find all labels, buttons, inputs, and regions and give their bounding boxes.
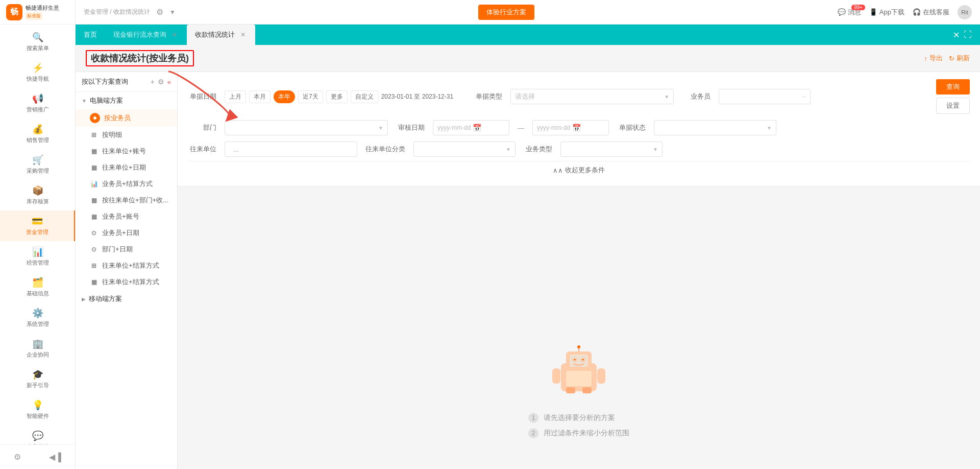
sidebar-item-capital[interactable]: 💳 资金管理 <box>0 210 75 241</box>
scheme-item-detail[interactable]: ⊞ 按明细 <box>76 127 177 143</box>
empty-step-1: 1 请先选择要分析的方案 <box>528 413 629 423</box>
expand-window-icon[interactable]: ⛶ <box>964 30 972 39</box>
scheme-item-staff-account[interactable]: ▦ 业务员+账号 <box>76 208 177 225</box>
staff-dropdown-icon: ··· <box>802 94 806 100</box>
scheme-item-unit-account[interactable]: ▦ 往来单位+账号 <box>76 143 177 159</box>
query-button[interactable]: 查询 <box>936 79 970 95</box>
date-btn-this-year[interactable]: 本年 <box>274 90 295 103</box>
step-1-number: 1 <box>528 413 538 423</box>
date-label: 单据日期 <box>188 92 216 101</box>
settings-bottom-icon[interactable]: ⚙ <box>11 449 24 465</box>
date-btn-more[interactable]: 更多 <box>326 90 348 103</box>
logo-text: 畅捷通好生意 <box>26 4 59 11</box>
export-button[interactable]: ↑ 导出 <box>924 54 943 63</box>
sidebar-item-purchase[interactable]: 🛒 采购管理 <box>0 149 75 180</box>
topbar-dropdown-icon[interactable]: ▼ <box>169 9 176 16</box>
sidebar-item-newbie[interactable]: 🎓 新手引导 <box>0 364 75 394</box>
app-download-button[interactable]: 📱 App下载 <box>869 8 904 17</box>
scheme-item-unit-date[interactable]: ▦ 往来单位+日期 <box>76 159 177 176</box>
clock2-icon: ⊙ <box>90 245 98 253</box>
scheme-group-arrow-icon: ▼ <box>82 98 87 104</box>
table4-icon: ▦ <box>90 213 98 221</box>
tab-bank-close-icon[interactable]: ✕ <box>170 31 179 39</box>
counterpart-type-label: 往来单位分类 <box>365 145 405 154</box>
sidebar-item-corp[interactable]: 🏢 企业协同 <box>0 333 75 364</box>
tab-home[interactable]: 首页 <box>76 25 105 45</box>
basic-icon: 🗂️ <box>32 277 43 288</box>
review-date-to-input[interactable]: yyyy-mm-dd 📅 <box>532 120 609 135</box>
date-range-display: 2023-01-01 至 2023-12-31 <box>381 92 453 101</box>
left-panel-action-group: + ⚙ « <box>151 78 171 86</box>
svg-point-6 <box>582 359 584 361</box>
sidebar-item-operation[interactable]: 📊 经营管理 <box>0 241 75 272</box>
counterpart-select[interactable]: ... <box>225 142 357 157</box>
date-dash: — <box>518 124 524 132</box>
left-panel-header: 按以下方案查询 + ⚙ « <box>76 72 177 92</box>
sidebar-item-system[interactable]: ⚙️ 系统管理 <box>0 302 75 333</box>
svg-rect-10 <box>566 387 575 393</box>
hardware-icon: 💡 <box>32 400 43 411</box>
scheme-group-pc-header[interactable]: ▼ 电脑端方案 <box>76 92 177 109</box>
sidebar-item-wechat[interactable]: 💬 企业微信 <box>0 425 75 444</box>
online-service-button[interactable]: 🎧 在线客服 <box>913 8 949 17</box>
setting-button[interactable]: 设置 <box>936 98 970 114</box>
date-btn-7days[interactable]: 近7天 <box>298 90 323 103</box>
date-btn-custom[interactable]: 自定义 <box>351 90 378 103</box>
staff-select[interactable]: ··· <box>719 89 811 104</box>
sidebar-item-quicknav[interactable]: ⚡ 快捷导航 <box>0 57 75 88</box>
scheme-item-dept-date[interactable]: ⊙ 部门+日期 <box>76 241 177 257</box>
doc-type-select[interactable]: 请选择 ▼ <box>510 89 674 104</box>
date-btn-this-month[interactable]: 本月 <box>249 90 271 103</box>
doc-status-select[interactable]: ▼ <box>654 120 776 135</box>
tab-bank[interactable]: 现金银行流水查询 ✕ <box>105 25 187 45</box>
scheme-item-staff[interactable]: 按业务员 <box>76 109 177 127</box>
main-area: 资金管理 / 收款情况统计 ⚙ ▼ 体验行业方案 💬 消息 99+ 📱 App下… <box>76 0 980 469</box>
sidebar-logo: 畅 畅捷通好生意 标准版 <box>0 0 75 25</box>
collapse-sidebar-icon[interactable]: ◀▐ <box>46 449 64 465</box>
close-window-icon[interactable]: ✕ <box>953 30 960 40</box>
collapse-filter-button[interactable]: ∧∧ 收起更多条件 <box>188 161 970 179</box>
export-icon: ↑ <box>924 55 928 62</box>
sidebar-item-hardware[interactable]: 💡 智能硬件 <box>0 394 75 425</box>
search-icon: 🔍 <box>32 32 43 43</box>
dept-select[interactable]: ▼ <box>225 120 388 135</box>
scheme-item-unit-dept-coll[interactable]: ▦ 按往来单位+部门+收... <box>76 192 177 208</box>
scheme-item-unit-settle2[interactable]: ▦ 往来单位+结算方式 <box>76 274 177 290</box>
setting-scheme-icon[interactable]: ⚙ <box>158 78 164 86</box>
scheme-item-staff-date[interactable]: ⊙ 业务员+日期 <box>76 225 177 241</box>
biz-type-select[interactable]: ▼ <box>560 142 663 157</box>
message-button[interactable]: 💬 消息 99+ <box>838 8 861 17</box>
sidebar-item-marketing[interactable]: 📢 营销推广 <box>0 88 75 119</box>
topbar-gear-icon[interactable]: ⚙ <box>156 7 163 17</box>
counterpart-dots-icon[interactable]: ... <box>233 146 239 153</box>
refresh-icon: ↻ <box>949 55 954 62</box>
tab-collection-close-icon[interactable]: ✕ <box>239 31 247 39</box>
counterpart-label: 往来单位 <box>188 145 216 154</box>
message-badge: 99+ <box>851 5 865 10</box>
sidebar-item-sales[interactable]: 💰 销售管理 <box>0 119 75 149</box>
add-scheme-icon[interactable]: + <box>151 78 155 86</box>
scheme-group-mobile-header[interactable]: ▶ 移动端方案 <box>76 290 177 308</box>
sidebar-item-search[interactable]: 🔍 搜索菜单 <box>0 27 75 57</box>
user-avatar[interactable]: Rit <box>958 5 972 19</box>
tab-collection[interactable]: 收款情况统计 ✕ <box>187 25 255 45</box>
clock-icon: ⊙ <box>90 229 98 237</box>
newbie-icon: 🎓 <box>32 369 43 380</box>
collapse-icon: ∧∧ <box>553 167 563 174</box>
filter-area: 单据日期 上月 本月 本年 近7天 更多 自定义 2023-01-01 至 20… <box>178 72 980 186</box>
counterpart-type-select[interactable]: ▼ <box>413 142 516 157</box>
sidebar-item-basic[interactable]: 🗂️ 基础信息 <box>0 272 75 302</box>
date-btn-last-month[interactable]: 上月 <box>225 90 246 103</box>
scheme-item-staff-settle[interactable]: 📊 业务员+结算方式 <box>76 176 177 192</box>
trial-button[interactable]: 体验行业方案 <box>478 5 534 20</box>
refresh-button[interactable]: ↻ 刷新 <box>949 54 970 63</box>
corp-icon: 🏢 <box>32 338 43 349</box>
collapse-panel-icon[interactable]: « <box>167 78 171 86</box>
empty-steps: 1 请先选择要分析的方案 2 用过滤条件来缩小分析范围 <box>528 413 629 438</box>
review-date-from-input[interactable]: yyyy-mm-dd 📅 <box>433 120 509 135</box>
table-icon: ▦ <box>90 147 98 155</box>
grid2-icon: ⊞ <box>90 262 98 270</box>
sidebar-item-inventory[interactable]: 📦 库存核算 <box>0 180 75 210</box>
scheme-item-unit-settle1[interactable]: ⊞ 往来单位+结算方式 <box>76 257 177 274</box>
page-actions: ↑ 导出 ↻ 刷新 <box>924 54 970 63</box>
